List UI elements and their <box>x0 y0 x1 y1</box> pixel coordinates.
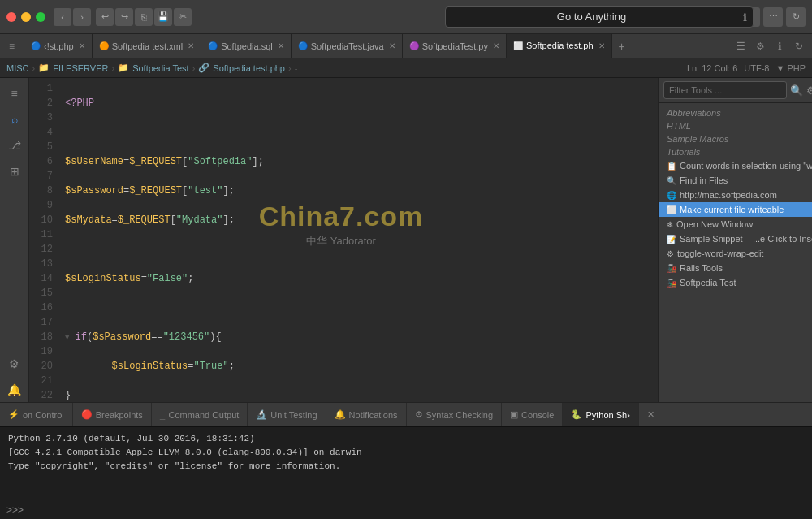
tools-header: 🔍 ⚙ <box>659 78 812 103</box>
sidebar-search-button[interactable]: ⌕ <box>2 107 27 132</box>
navigation-buttons: ‹ › <box>54 8 91 26</box>
tab-softpediatest-py[interactable]: 🟣 SoftpediaTest.py ✕ <box>403 34 507 58</box>
bottom-tab-ion-control[interactable]: ⚡ on Control <box>0 403 73 427</box>
prompt-symbol: >>> <box>6 504 24 516</box>
tools-item-softpedia-url[interactable]: 🌐 http://mac.softpedia.com <box>659 188 812 202</box>
bottom-tab-breakpoints[interactable]: 🔴 Breakpoints <box>73 403 152 427</box>
tools-group-macros[interactable]: Sample Macros <box>659 132 812 145</box>
sidebar-toggle-button[interactable]: ≡ <box>0 34 24 58</box>
tab-close-button[interactable]: ✕ <box>188 41 194 50</box>
goto-input[interactable] <box>445 6 754 28</box>
tab-softpedia-sql[interactable]: 🔵 Softpedia.sql ✕ <box>201 34 292 58</box>
python-shell-icon: 🐍 <box>571 409 582 420</box>
tab-label: Softpedia.sql <box>221 41 273 51</box>
editor-wrapper[interactable]: 1 2 3 4 5 6 7 8 9 10 11 12 13 14 15 16 1 <box>29 78 658 402</box>
ion-control-icon: ⚡ <box>8 409 19 420</box>
tab-softpediatest-java[interactable]: 🔵 SoftpediaTest.java ✕ <box>292 34 403 58</box>
tools-item-toggle-word-wrap[interactable]: ⚙ toggle-word-wrap-edit <box>659 246 812 261</box>
tab-settings-button[interactable]: ⚙ <box>752 38 768 54</box>
tools-item-softpedia-test[interactable]: 🚂 Softpedia Test <box>659 275 812 290</box>
line-num-22: 22 <box>29 388 53 402</box>
goto-bar: ℹ <box>445 6 754 28</box>
bottom-tab-command-output[interactable]: _ Command Output <box>152 403 248 427</box>
breadcrumb-filename[interactable]: Softpedia test.php <box>213 63 285 73</box>
cut-button[interactable]: ✂ <box>174 8 192 26</box>
tab-close-button[interactable]: ✕ <box>278 41 284 50</box>
tab-info-button[interactable]: ℹ <box>771 38 788 54</box>
tools-item-make-writeable[interactable]: ⬜ Make current file writeable <box>659 202 812 217</box>
tab-softpedia-php[interactable]: ⬜ Softpedia test.ph ✕ <box>507 34 612 58</box>
tools-item-sample-snippet[interactable]: 📝 Sample Snippet – ...e Click to Inse <box>659 231 812 246</box>
nav-back-button[interactable]: ‹ <box>54 8 71 26</box>
tab-close-button[interactable]: ✕ <box>493 41 499 50</box>
maximize-window-button[interactable] <box>36 12 45 22</box>
code-line-9: ▼ if($sPassword=="123456"){ <box>65 330 651 344</box>
code-editor[interactable]: <?PHP $sUserName=$_REQUEST["Softpedia"];… <box>58 78 658 402</box>
line-num-1: 1 <box>29 81 53 96</box>
sidebar-notifications-button[interactable]: 🔔 <box>2 378 27 402</box>
sidebar-files-button[interactable]: ≡ <box>2 81 27 106</box>
titlebar: ‹ › ↩ ↪ ⎘ 💾 ✂ ℹ ▶ ▾ ⏺ 📷 ⊡ ⊞ ☰ ⊟ 👁 ▣ ⊡ ⋯ … <box>0 0 812 34</box>
sidebar-settings-button[interactable]: ⚙ <box>2 352 27 376</box>
copy-button[interactable]: ⎘ <box>135 8 153 26</box>
tools-group-html[interactable]: HTML <box>659 119 812 132</box>
bottom-tabs: ⚡ on Control 🔴 Breakpoints _ Command Out… <box>0 402 812 426</box>
bottom-close-icon: ✕ <box>647 409 654 420</box>
bottom-tab-notifications[interactable]: 🔔 Notifications <box>326 403 407 427</box>
tab-more-button[interactable]: ↻ <box>791 38 807 54</box>
bottom-tab-syntax-checking[interactable]: ⚙ Syntax Checking <box>407 403 503 427</box>
nav-forward-button[interactable]: › <box>73 8 91 26</box>
bottom-tab-unit-testing[interactable]: 🔬 Unit Testing <box>248 403 326 427</box>
python-output-line2: [GCC 4.2.1 Compatible Apple LLVM 8.0.0 (… <box>8 446 804 460</box>
tools-settings-button[interactable]: ⚙ <box>806 82 812 98</box>
close-window-button[interactable] <box>6 12 16 22</box>
tools-item-wrap-icon: ⚙ <box>667 249 674 258</box>
tab-overflow-button[interactable]: ☰ <box>732 38 749 54</box>
line-num-8: 8 <box>29 184 53 198</box>
bottom-tab-close-button[interactable]: ✕ <box>639 403 663 427</box>
tools-group-tutorials[interactable]: Tutorials <box>659 145 812 158</box>
tab-icon: 🔵 <box>208 41 218 50</box>
save-button[interactable]: 💾 <box>154 8 172 26</box>
tools-item-rails-tools[interactable]: 🚂 Rails Tools <box>659 261 812 275</box>
tab-softpedia-xml[interactable]: 🟠 Softpedia test.xml ✕ <box>93 34 201 58</box>
refresh-button[interactable]: ↻ <box>786 7 806 27</box>
tab-label: Softpedia test.xml <box>112 41 183 51</box>
tools-item-find-label: Find in Files <box>680 175 728 185</box>
tab-close-button[interactable]: ✕ <box>598 41 605 50</box>
code-line-2 <box>65 125 651 140</box>
redo-button[interactable]: ↪ <box>115 8 133 26</box>
tools-item-open-window[interactable]: ❄ Open New Window <box>659 217 812 231</box>
tools-search-button[interactable]: 🔍 <box>790 82 803 98</box>
tab-st-php[interactable]: 🔵 ‹!st.php ✕ <box>24 34 93 58</box>
bottom-tab-python-shell[interactable]: 🐍 Python Sh› <box>563 403 638 427</box>
breadcrumb-fileserver[interactable]: FILESERVER <box>53 63 108 73</box>
tab-close-button[interactable]: ✕ <box>389 41 395 50</box>
minimize-window-button[interactable] <box>21 12 31 22</box>
code-line-4: $sPassword=$_REQUEST["test"]; <box>65 184 651 198</box>
line-num-5: 5 <box>29 140 53 154</box>
command-output-label: Command Output <box>168 410 239 420</box>
sidebar-extensions-button[interactable]: ⊞ <box>2 159 27 184</box>
breadcrumb-softpedia-test[interactable]: Softpedia Test <box>132 63 189 73</box>
python-shell-label: Python Sh› <box>585 410 629 420</box>
tools-item-rails-label: Rails Tools <box>680 263 723 273</box>
tools-item-count-words[interactable]: 📋 Count words in selection using "w <box>659 158 812 173</box>
tools-item-find-files[interactable]: 🔍 Find in Files <box>659 173 812 188</box>
tab-label: SoftpediaTest.java <box>311 41 384 51</box>
bottom-tab-console[interactable]: ▣ Console <box>502 403 563 427</box>
line-num-10: 10 <box>29 213 53 227</box>
undo-button[interactable]: ↩ <box>96 8 114 26</box>
tab-label: SoftpediaTest.py <box>422 41 488 51</box>
more-button[interactable]: ⋯ <box>763 7 783 27</box>
tab-icon: 🟣 <box>409 41 419 50</box>
tools-search-input[interactable] <box>663 81 787 99</box>
sidebar-git-button[interactable]: ⎇ <box>2 133 27 158</box>
add-tab-button[interactable]: + <box>612 34 632 58</box>
breadcrumb-misc[interactable]: MISC <box>6 63 29 73</box>
tab-close-button[interactable]: ✕ <box>79 41 85 50</box>
line-num-2: 2 <box>29 96 53 110</box>
python-prompt-input[interactable] <box>28 505 806 515</box>
tools-group-abbreviations[interactable]: Abbreviations <box>659 106 812 119</box>
line-num-18: 18 <box>29 330 53 344</box>
